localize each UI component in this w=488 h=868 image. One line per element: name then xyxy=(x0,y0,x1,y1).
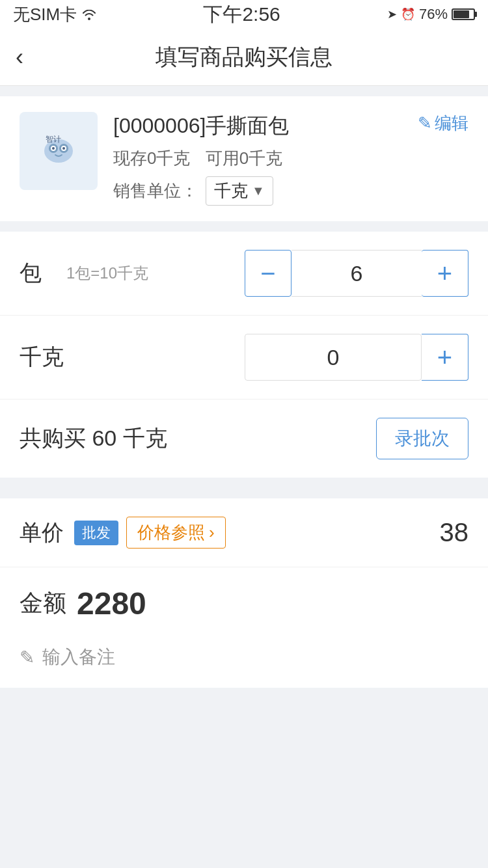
carrier-text: 无SIM卡 xyxy=(13,3,77,26)
amount-section: 金额 2280 ✎ 输入备注 xyxy=(0,567,488,688)
separator-2 xyxy=(0,478,488,488)
back-button[interactable]: ‹ xyxy=(16,44,23,71)
amount-label: 金额 xyxy=(20,588,66,619)
product-info: [0000006]手撕面包 现存0千克 可用0千克 销售单位： 千克 ▼ xyxy=(113,112,468,206)
bao-quantity-section: 包 1包=10千克 − + 千克 + xyxy=(0,232,488,400)
kg-input[interactable] xyxy=(245,334,422,381)
edit-label: 编辑 xyxy=(435,112,468,135)
note-placeholder: 输入备注 xyxy=(42,645,115,670)
battery-percent: 76% xyxy=(419,6,448,23)
amount-value: 2280 xyxy=(77,586,146,621)
batch-button[interactable]: 录批次 xyxy=(376,418,468,459)
price-section: 单价 批发 价格参照 › 38 xyxy=(0,498,488,567)
bao-label: 包 xyxy=(20,258,59,288)
unit-value: 千克 xyxy=(214,180,248,202)
note-row[interactable]: ✎ 输入备注 xyxy=(20,634,468,688)
unit-select[interactable]: 千克 ▼ xyxy=(206,176,273,206)
svg-text:智计: 智计 xyxy=(46,135,61,144)
price-ref-label: 价格参照 xyxy=(137,521,205,544)
svg-point-5 xyxy=(52,147,55,150)
amount-row: 金额 2280 xyxy=(20,586,468,621)
product-logo-icon: 智计 xyxy=(39,131,78,171)
bao-row: 包 1包=10千克 − + xyxy=(0,232,488,316)
status-indicators: ➤ ⏰ 76% xyxy=(387,6,475,23)
edit-button[interactable]: ✎ 编辑 xyxy=(418,112,468,135)
kg-increase-button[interactable]: + xyxy=(422,334,468,381)
location-icon: ➤ xyxy=(387,7,397,21)
status-bar: 无SIM卡 下午2:56 ➤ ⏰ 76% xyxy=(0,0,488,29)
available-text: 可用0千克 xyxy=(206,148,282,168)
unit-label: 销售单位： xyxy=(113,180,198,202)
wifi-icon xyxy=(82,5,96,25)
price-ref-button[interactable]: 价格参照 › xyxy=(126,517,226,549)
chevron-down-icon: ▼ xyxy=(252,183,265,198)
stock-text: 现存0千克 xyxy=(113,148,190,168)
empty-area xyxy=(0,688,488,868)
product-name: [0000006]手撕面包 xyxy=(113,112,468,141)
product-stock: 现存0千克 可用0千克 xyxy=(113,147,468,170)
product-card: 智计 [0000006]手撕面包 现存0千克 可用0千克 销售单位： 千克 ▼ … xyxy=(0,96,488,221)
kg-row: 千克 + xyxy=(0,316,488,400)
price-row: 单价 批发 价格参照 › 38 xyxy=(0,498,488,567)
bao-sublabel: 1包=10千克 xyxy=(66,263,245,284)
page-title: 填写商品购买信息 xyxy=(156,42,332,72)
total-label: 共购买 60 千克 xyxy=(20,424,167,454)
price-badge: 批发 xyxy=(74,521,118,545)
svg-point-6 xyxy=(62,147,65,150)
battery-icon xyxy=(452,8,475,20)
bao-decrease-button[interactable]: − xyxy=(245,250,291,297)
price-value: 38 xyxy=(440,518,469,547)
kg-label: 千克 xyxy=(20,342,64,372)
product-image: 智计 xyxy=(20,112,98,190)
price-ref-arrow: › xyxy=(209,522,215,543)
kg-controls: + xyxy=(245,334,468,381)
product-unit-row: 销售单位： 千克 ▼ xyxy=(113,176,468,206)
bao-input[interactable] xyxy=(291,250,422,297)
edit-icon: ✎ xyxy=(418,113,432,133)
pencil-icon: ✎ xyxy=(20,647,34,668)
status-time: 下午2:56 xyxy=(203,1,280,28)
total-row: 共购买 60 千克 录批次 xyxy=(0,400,488,478)
nav-bar: ‹ 填写商品购买信息 xyxy=(0,29,488,86)
bao-increase-button[interactable]: + xyxy=(422,250,468,297)
alarm-icon: ⏰ xyxy=(401,7,415,21)
separator-1 xyxy=(0,221,488,232)
price-label: 单价 xyxy=(20,518,64,548)
bao-controls: − + xyxy=(245,250,468,297)
status-carrier: 无SIM卡 xyxy=(13,3,96,26)
